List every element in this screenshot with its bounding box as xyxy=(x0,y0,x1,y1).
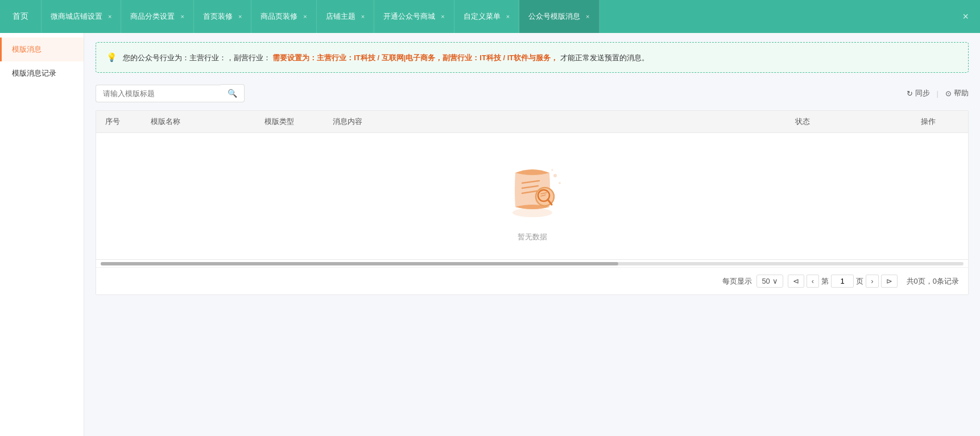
page-label-prefix: 第 xyxy=(821,276,829,286)
topbar-tab-4[interactable]: 商品页装修× xyxy=(251,0,316,33)
tab-close-icon-3[interactable]: × xyxy=(238,13,242,20)
page-label-suffix: 页 xyxy=(856,276,863,286)
alert-suffix: 才能正常发送预置的消息。 xyxy=(560,53,649,62)
th-name: 模版名称 xyxy=(142,117,255,127)
alert-highlight: 需要设置为：主营行业：IT科技 / 互联网|电子商务，副营行业：IT科技 / I… xyxy=(272,53,558,62)
search-input[interactable] xyxy=(96,85,221,102)
sidebar: 模版消息模版消息记录 xyxy=(0,33,84,436)
topbar-tab-3[interactable]: 首页装修× xyxy=(194,0,251,33)
page-size-value: 50 xyxy=(762,277,770,285)
next-page-button[interactable]: › xyxy=(866,275,878,288)
topbar-tab-5[interactable]: 店铺主题× xyxy=(317,0,374,33)
pagination: 每页显示 50 ∨ ⊲ ‹ 第 页 › ⊳ 共0页，0条记录 xyxy=(96,267,968,294)
topbar-tab-1[interactable]: 微商城店铺设置× xyxy=(42,0,121,33)
tab-close-icon-5[interactable]: × xyxy=(361,13,365,20)
topbar-tab-8[interactable]: 公众号模版消息× xyxy=(519,0,599,33)
tab-close-icon-2[interactable]: × xyxy=(180,13,184,20)
page-size-label: 每页显示 xyxy=(722,276,752,286)
topbar-tab-0[interactable]: 首页 xyxy=(0,0,42,33)
tab-close-icon-6[interactable]: × xyxy=(441,13,444,20)
page-size-select[interactable]: 50 ∨ xyxy=(756,275,783,288)
prev-page-button[interactable]: ‹ xyxy=(807,275,819,288)
main-layout: 模版消息模版消息记录 💡 您的公众号行业为：主营行业：，副营行业： 需要设置为：… xyxy=(0,33,980,436)
svg-point-11 xyxy=(551,169,553,171)
scrollbar-thumb xyxy=(101,262,618,265)
th-status: 状态 xyxy=(786,117,888,127)
th-action: 操作 xyxy=(888,117,968,127)
main-content: 💡 您的公众号行业为：主营行业：，副营行业： 需要设置为：主营行业：IT科技 /… xyxy=(84,33,980,436)
scrollbar-track xyxy=(101,262,964,265)
empty-illustration xyxy=(498,156,567,224)
topbar: 首页微商城店铺设置×商品分类设置×首页装修×商品页装修×店铺主题×开通公众号商城… xyxy=(0,0,980,33)
total-text: 共0页，0条记录 xyxy=(907,276,959,286)
svg-point-9 xyxy=(553,174,557,177)
empty-text: 暂无数据 xyxy=(518,232,547,242)
horizontal-scrollbar[interactable] xyxy=(96,259,968,267)
topbar-tab-2[interactable]: 商品分类设置× xyxy=(121,0,193,33)
first-page-button[interactable]: ⊲ xyxy=(788,275,804,288)
search-left: 🔍 xyxy=(96,84,245,102)
th-seq: 序号 xyxy=(96,117,142,127)
tab-close-icon-8[interactable]: × xyxy=(586,13,589,20)
sidebar-item-1[interactable]: 模版消息记录 xyxy=(0,61,84,85)
help-icon: ⊙ xyxy=(945,89,952,98)
search-right: ↻ 同步 | ⊙ 帮助 xyxy=(907,88,969,98)
close-all-button[interactable]: × xyxy=(951,11,980,23)
topbar-tab-6[interactable]: 开通公众号商城× xyxy=(374,0,454,33)
lightbulb-icon: 💡 xyxy=(106,52,117,62)
th-content: 消息内容 xyxy=(324,117,786,127)
last-page-button[interactable]: ⊳ xyxy=(881,275,898,288)
alert-prefix: 您的公众号行业为：主营行业：，副营行业： xyxy=(123,53,271,62)
th-type: 模版类型 xyxy=(255,117,324,127)
dropdown-icon: ∨ xyxy=(772,277,778,285)
topbar-tab-7[interactable]: 自定义菜单× xyxy=(454,0,519,33)
empty-state: 暂无数据 xyxy=(96,133,968,259)
search-bar: 🔍 ↻ 同步 | ⊙ 帮助 xyxy=(96,84,969,102)
page-nav: ⊲ ‹ 第 页 › ⊳ xyxy=(788,275,898,288)
tab-close-icon-7[interactable]: × xyxy=(506,13,510,20)
sync-button[interactable]: ↻ 同步 xyxy=(907,88,930,98)
refresh-icon: ↻ xyxy=(907,89,913,98)
tab-close-icon-1[interactable]: × xyxy=(108,13,111,20)
search-icon: 🔍 xyxy=(228,89,237,98)
sidebar-item-0[interactable]: 模版消息 xyxy=(0,38,84,61)
page-input[interactable] xyxy=(831,275,854,288)
data-table: 序号 模版名称 模版类型 消息内容 状态 操作 xyxy=(96,110,969,295)
svg-point-10 xyxy=(559,182,561,184)
table-header: 序号 模版名称 模版类型 消息内容 状态 操作 xyxy=(96,111,968,133)
divider: | xyxy=(937,89,938,98)
tab-close-icon-4[interactable]: × xyxy=(303,13,307,20)
help-button[interactable]: ⊙ 帮助 xyxy=(945,88,969,98)
svg-point-0 xyxy=(512,208,552,217)
search-button[interactable]: 🔍 xyxy=(221,84,245,102)
industry-alert: 💡 您的公众号行业为：主营行业：，副营行业： 需要设置为：主营行业：IT科技 /… xyxy=(96,42,969,73)
